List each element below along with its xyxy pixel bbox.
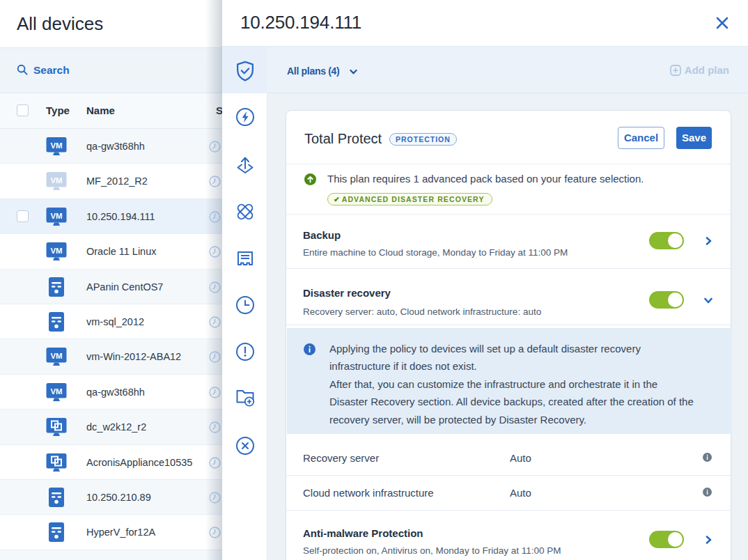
svg-text:VM: VM [50,247,62,255]
svg-text:VM: VM [50,176,62,185]
svg-text:VM: VM [50,352,62,360]
svg-text:VM: VM [50,141,62,150]
svg-text:VM: VM [50,211,62,219]
svg-text:VM: VM [50,387,62,395]
